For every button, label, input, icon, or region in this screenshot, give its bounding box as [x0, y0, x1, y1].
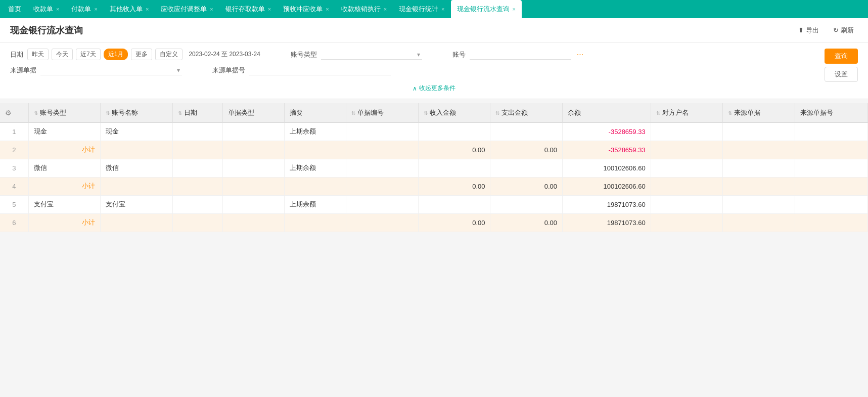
source-doc-label: 来源单据 — [10, 66, 36, 75]
cell-expense — [490, 195, 563, 213]
account-type-select-wrapper: 现金 微信 支付宝 ▾ — [321, 50, 422, 60]
col-header-date[interactable]: ⇅日期 — [172, 103, 222, 122]
nav-item-其他收入单[interactable]: 其他收入单× — [104, 0, 155, 18]
nav-item-应收应付调整单[interactable]: 应收应付调整单× — [155, 0, 219, 18]
nav-item-现金银行统计[interactable]: 现金银行统计× — [393, 0, 450, 18]
cell-gear: 1 — [0, 122, 28, 141]
cell-summary: 上期余额 — [285, 159, 346, 177]
close-icon[interactable]: × — [326, 0, 329, 18]
nav-item-收款核销执行[interactable]: 收款核销执行× — [335, 0, 393, 18]
page-header: 现金银行流水查询 ⬆ 导出 ↻ 刷新 — [0, 18, 868, 42]
refresh-icon: ↻ — [833, 26, 839, 34]
date-option-近1月[interactable]: 近1月 — [104, 49, 128, 60]
query-button[interactable]: 查询 — [825, 49, 858, 64]
table-container: ⚙⇅账号类型⇅账号名称⇅日期单据类型摘要⇅单据编号⇅收入金额⇅支出金额余额⇅对方… — [0, 103, 868, 232]
cell-source_doc — [723, 159, 795, 177]
cell-counterpart — [651, 213, 723, 232]
nav-item-现金银行流水查询[interactable]: 现金银行流水查询× — [451, 0, 522, 18]
col-header-account_name[interactable]: ⇅账号名称 — [101, 103, 173, 122]
filter-row-1: 日期 昨天今天近7天近1月更多自定义 2023-02-24 至 2023-03-… — [10, 49, 814, 60]
col-header-balance: 余额 — [562, 103, 651, 122]
cell-summary — [285, 213, 346, 232]
sort-icon: ⇅ — [178, 110, 182, 116]
cell-expense: 0.00 — [490, 177, 563, 195]
col-header-expense[interactable]: ⇅支出金额 — [490, 103, 563, 122]
nav-item-付款单[interactable]: 付款单× — [65, 0, 103, 18]
cell-expense — [490, 122, 563, 141]
table-body: 1现金现金上期余额-3528659.332小计0.000.00-3528659.… — [0, 122, 868, 232]
col-header-income[interactable]: ⇅收入金额 — [418, 103, 490, 122]
cell-gear: 5 — [0, 195, 28, 213]
source-doc-select-wrapper: ▾ — [40, 65, 182, 75]
cell-source_doc_num — [795, 195, 867, 213]
table-row: 4小计0.000.00100102606.60 — [0, 177, 868, 195]
col-header-source_doc[interactable]: ⇅来源单据 — [723, 103, 795, 122]
source-doc-num-input[interactable] — [249, 65, 391, 75]
collapse-bar[interactable]: ∧ 收起更多条件 — [10, 82, 858, 93]
settings-button[interactable]: 设置 — [825, 67, 858, 82]
nav-item-银行存取款单[interactable]: 银行存取款单× — [219, 0, 277, 18]
close-icon[interactable]: × — [268, 0, 271, 18]
cell-income: 0.00 — [418, 177, 490, 195]
cell-gear: 2 — [0, 141, 28, 159]
col-header-counterpart[interactable]: ⇅对方户名 — [651, 103, 723, 122]
sort-icon: ⇅ — [495, 110, 499, 116]
close-icon[interactable]: × — [94, 0, 97, 18]
col-header-summary: 摘要 — [285, 103, 346, 122]
date-option-今天[interactable]: 今天 — [52, 49, 73, 60]
cell-date — [172, 141, 222, 159]
date-option-昨天[interactable]: 昨天 — [27, 49, 49, 60]
cell-date — [172, 177, 222, 195]
cell-doc_num — [346, 122, 419, 141]
sort-icon: ⇅ — [106, 110, 110, 116]
cell-account_name — [101, 177, 173, 195]
page-title: 现金银行流水查询 — [10, 24, 83, 36]
sort-icon: ⇅ — [351, 110, 355, 116]
close-icon[interactable]: × — [441, 0, 444, 18]
cell-source_doc_num — [795, 213, 867, 232]
cell-source_doc — [723, 141, 795, 159]
date-option-近7天[interactable]: 近7天 — [76, 49, 101, 60]
cell-source_doc_num — [795, 141, 867, 159]
close-icon[interactable]: × — [56, 0, 59, 18]
account-more-button[interactable]: ··· — [577, 50, 583, 59]
gear-icon[interactable]: ⚙ — [5, 109, 12, 117]
cell-gear: 3 — [0, 159, 28, 177]
source-doc-select[interactable] — [40, 65, 182, 75]
cell-income — [418, 195, 490, 213]
cell-doc_type — [222, 177, 284, 195]
close-icon[interactable]: × — [384, 0, 387, 18]
col-header-doc_num[interactable]: ⇅单据编号 — [346, 103, 419, 122]
table-row: 5支付宝支付宝上期余额19871073.60 — [0, 195, 868, 213]
date-label: 日期 — [10, 50, 23, 59]
cell-account_name: 微信 — [101, 159, 173, 177]
date-option-更多[interactable]: 更多 — [131, 49, 152, 60]
cell-balance: -3528659.33 — [562, 122, 651, 141]
cell-source_doc_num — [795, 122, 867, 141]
cell-source_doc_num — [795, 177, 867, 195]
close-icon[interactable]: × — [513, 0, 516, 18]
cell-source_doc_num — [795, 159, 867, 177]
table-row: 1现金现金上期余额-3528659.33 — [0, 122, 868, 141]
date-option-自定义[interactable]: 自定义 — [155, 49, 182, 60]
cell-counterpart — [651, 159, 723, 177]
refresh-button[interactable]: ↻ 刷新 — [829, 24, 858, 37]
export-button[interactable]: ⬆ 导出 — [794, 24, 823, 37]
cell-account_type: 小计 — [28, 141, 101, 159]
cell-summary — [285, 141, 346, 159]
account-type-select[interactable]: 现金 微信 支付宝 — [321, 50, 422, 60]
header-actions: ⬆ 导出 ↻ 刷新 — [794, 24, 858, 37]
close-icon[interactable]: × — [210, 0, 213, 18]
cell-date — [172, 159, 222, 177]
cell-account_type: 小计 — [28, 213, 101, 232]
table-header-row: ⚙⇅账号类型⇅账号名称⇅日期单据类型摘要⇅单据编号⇅收入金额⇅支出金额余额⇅对方… — [0, 103, 868, 122]
col-header-account_type[interactable]: ⇅账号类型 — [28, 103, 101, 122]
cell-income — [418, 159, 490, 177]
nav-item-首页[interactable]: 首页 — [2, 0, 27, 18]
filter-buttons: 查询 设置 — [825, 49, 858, 82]
close-icon[interactable]: × — [146, 0, 149, 18]
account-input[interactable] — [470, 50, 571, 60]
nav-item-收款单[interactable]: 收款单× — [27, 0, 65, 18]
col-header-source_doc_num: 来源单据号 — [795, 103, 867, 122]
nav-item-预收冲应收单[interactable]: 预收冲应收单× — [277, 0, 335, 18]
